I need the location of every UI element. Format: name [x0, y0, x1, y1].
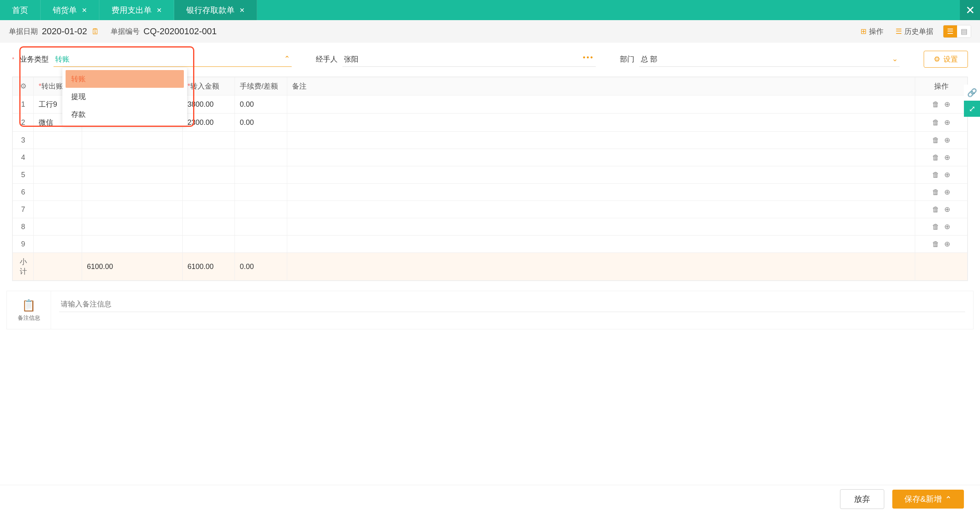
cell-in-amount[interactable] — [183, 184, 235, 201]
cell-remark[interactable] — [287, 201, 915, 218]
cell-out-acct[interactable] — [34, 132, 82, 149]
table-row[interactable]: 3🗑⊕ — [13, 132, 968, 149]
cell-in-amount[interactable] — [183, 132, 235, 149]
cell-blank[interactable] — [82, 132, 183, 149]
cell-out-acct[interactable] — [34, 218, 82, 236]
cell-fee[interactable] — [235, 149, 287, 166]
cell-blank[interactable] — [82, 149, 183, 166]
cell-blank[interactable] — [82, 236, 183, 253]
add-row-icon[interactable]: ⊕ — [944, 136, 950, 144]
delete-icon[interactable]: 🗑 — [932, 205, 939, 213]
history-button[interactable]: ☰ 历史单据 — [896, 27, 933, 36]
handler-input[interactable]: 张阳 ••• — [342, 52, 595, 67]
table-row[interactable]: 6🗑⊕ — [13, 184, 968, 201]
add-row-icon[interactable]: ⊕ — [944, 153, 950, 161]
cell-remark[interactable] — [287, 114, 915, 132]
cell-blank[interactable] — [82, 201, 183, 218]
dropdown-option-withdraw[interactable]: 提现 — [66, 88, 184, 105]
delete-icon[interactable]: 🗑 — [932, 171, 939, 179]
cell-out-acct[interactable] — [34, 166, 82, 184]
add-row-icon[interactable]: ⊕ — [944, 240, 950, 248]
table-row[interactable]: 4🗑⊕ — [13, 149, 968, 166]
cell-out-acct[interactable] — [34, 149, 82, 166]
view-list-icon[interactable]: ☰ — [943, 25, 957, 37]
delete-icon[interactable]: 🗑 — [932, 188, 939, 196]
delete-icon[interactable]: 🗑 — [932, 118, 939, 126]
view-compact-icon[interactable]: ▤ — [957, 25, 971, 37]
cell-in-amount[interactable] — [183, 218, 235, 236]
link-icon[interactable]: 🔗 — [964, 85, 980, 101]
save-and-add-button[interactable]: 保存&新增 ⌃ — [892, 490, 964, 509]
cell-fee[interactable] — [235, 201, 287, 218]
close-icon[interactable]: ✕ — [239, 6, 245, 14]
settings-button[interactable]: ⚙ 设置 — [924, 51, 968, 68]
add-row-icon[interactable]: ⊕ — [944, 223, 950, 231]
close-icon[interactable]: ✕ — [156, 6, 162, 14]
add-row-icon[interactable]: ⊕ — [944, 171, 950, 179]
add-row-icon[interactable]: ⊕ — [944, 100, 950, 108]
cell-remark[interactable] — [287, 236, 915, 253]
actions-menu[interactable]: ⊞ 操作 — [861, 27, 883, 36]
actions-label: 操作 — [869, 27, 883, 36]
delete-icon[interactable]: 🗑 — [932, 100, 939, 108]
calendar-icon[interactable]: 🗓 — [91, 27, 99, 36]
cell-remark[interactable] — [287, 184, 915, 201]
dropdown-option-transfer[interactable]: 转账 — [66, 70, 184, 88]
biz-type-field: * 业务类型 转账 ⌃ — [12, 52, 292, 67]
table-row[interactable]: 8🗑⊕ — [13, 218, 968, 236]
cell-remark[interactable] — [287, 166, 915, 184]
cell-in-amount[interactable]: 2300.00 — [183, 114, 235, 132]
cell-remark[interactable] — [287, 95, 915, 114]
cell-fee[interactable]: 0.00 — [235, 95, 287, 114]
biz-type-select[interactable]: 转账 ⌃ — [54, 52, 292, 67]
remark-input[interactable] — [59, 297, 965, 312]
discard-button[interactable]: 放弃 — [840, 489, 884, 509]
cell-out-acct[interactable] — [34, 236, 82, 253]
cell-in-amount[interactable] — [183, 201, 235, 218]
close-icon[interactable]: ✕ — [82, 6, 87, 14]
table-row[interactable]: 7🗑⊕ — [13, 201, 968, 218]
expand-icon[interactable]: ⤢ — [964, 101, 980, 117]
cell-remark[interactable] — [287, 149, 915, 166]
cell-fee[interactable] — [235, 218, 287, 236]
dropdown-option-deposit[interactable]: 存款 — [66, 105, 184, 123]
table-settings-icon[interactable]: ⚙ — [13, 77, 34, 95]
tab-sales[interactable]: 销货单 ✕ — [41, 0, 99, 20]
close-panel-button[interactable]: ✕ — [960, 0, 980, 20]
cell-remark[interactable] — [287, 218, 915, 236]
cell-blank[interactable] — [82, 184, 183, 201]
tab-bank-transfer[interactable]: 银行存取款单 ✕ — [174, 0, 257, 20]
dept-select[interactable]: 总 部 ⌄ — [639, 52, 900, 67]
add-row-icon[interactable]: ⊕ — [944, 118, 950, 126]
cell-ops: 🗑⊕ — [915, 132, 968, 149]
cell-fee[interactable] — [235, 236, 287, 253]
cell-out-acct[interactable] — [34, 201, 82, 218]
cell-in-amount[interactable] — [183, 149, 235, 166]
cell-fee[interactable] — [235, 184, 287, 201]
delete-icon[interactable]: 🗑 — [932, 153, 939, 161]
cell-fee[interactable] — [235, 166, 287, 184]
cell-in-amount[interactable] — [183, 236, 235, 253]
table-row[interactable]: 9🗑⊕ — [13, 236, 968, 253]
delete-icon[interactable]: 🗑 — [932, 240, 939, 248]
cell-remark[interactable] — [287, 132, 915, 149]
cell-in-amount[interactable]: 3800.00 — [183, 95, 235, 114]
cell-blank[interactable] — [82, 166, 183, 184]
cell-blank[interactable] — [82, 218, 183, 236]
row-number: 2 — [13, 114, 34, 132]
date-label: 单据日期 — [9, 27, 38, 36]
add-row-icon[interactable]: ⊕ — [944, 188, 950, 196]
cell-in-amount[interactable] — [183, 166, 235, 184]
cell-out-acct[interactable] — [34, 184, 82, 201]
date-value[interactable]: 2020-01-02 — [42, 26, 87, 37]
cell-fee[interactable]: 0.00 — [235, 114, 287, 132]
cell-fee[interactable] — [235, 132, 287, 149]
more-icon[interactable]: ••• — [583, 54, 594, 62]
delete-icon[interactable]: 🗑 — [932, 223, 939, 231]
add-row-icon[interactable]: ⊕ — [944, 205, 950, 213]
tab-home[interactable]: 首页 — [0, 0, 41, 20]
table-row[interactable]: 5🗑⊕ — [13, 166, 968, 184]
tab-expense[interactable]: 费用支出单 ✕ — [99, 0, 174, 20]
settings-label: 设置 — [943, 54, 958, 64]
delete-icon[interactable]: 🗑 — [932, 136, 939, 144]
